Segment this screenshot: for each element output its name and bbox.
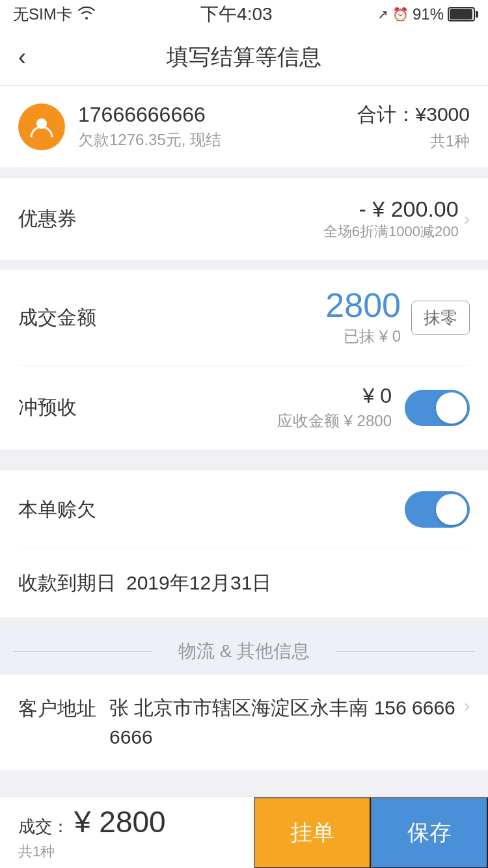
bottom-total-label: 成交： [18,815,69,838]
customer-right: 合计：¥3000 共1种 [357,102,470,152]
round-off-button[interactable]: 抹零 [411,301,470,335]
logistics-line-right [336,651,475,652]
chevron-right-icon: › [464,209,470,230]
customer-debt: 欠款1276.35元, 现结 [78,129,221,150]
debt-toggle-thumb [436,494,467,525]
status-left: 无SIM卡 [13,4,96,25]
deal-amount-row: 成交金额 2800 已抹 ¥ 0 抹零 [18,270,470,366]
wifi-icon [77,5,96,23]
divider-1 [0,260,488,270]
deal-amount-value: 2800 [325,288,401,322]
bottom-total-value: ¥ 2800 [74,804,166,839]
total-count: 共1种 [357,131,470,152]
divider-3 [0,617,488,628]
address-chevron: › [464,693,470,716]
total-amount: 合计：¥3000 [357,102,470,128]
address-value: 张 北京市市辖区海淀区永丰南 156 6666 6666 [109,693,464,752]
status-right: ↗ ⏰ 91% [377,5,475,23]
customer-left: 17666666666 欠款1276.35元, 现结 [18,103,221,150]
deal-amount-sub: 已抹 ¥ 0 [325,326,401,347]
debt-row: 本单赊欠 [18,470,470,549]
pre-recv-label: 冲预收 [18,394,77,421]
customer-card: 17666666666 欠款1276.35元, 现结 合计：¥3000 共1种 [0,86,488,167]
customer-info: 17666666666 欠款1276.35元, 现结 [78,103,221,150]
logistics-header: 物流 & 其他信息 [0,628,488,675]
customer-phone: 17666666666 [78,103,221,127]
logistics-header-text: 物流 & 其他信息 [178,639,310,664]
bottom-left: 成交： ¥ 2800 共1种 [0,804,254,861]
location-icon: ↗ [377,7,388,22]
pre-recv-right: ¥ 0 应收金额 ¥ 2800 [277,384,470,431]
pre-recv-val-block: ¥ 0 应收金额 ¥ 2800 [277,384,392,431]
pre-recv-toggle[interactable] [405,390,470,426]
pre-recv-value: ¥ 0 [277,384,392,408]
avatar [18,103,65,150]
battery-icon [448,7,475,21]
coupon-right: - ¥ 200.00 全场6折满1000减200 › [323,197,470,241]
pre-recv-sub: 应收金额 ¥ 2800 [277,411,392,431]
due-date-value: 2019年12月31日 [126,570,271,597]
debt-toggle[interactable] [405,491,470,528]
bottom-bar: 成交： ¥ 2800 共1种 挂单 保存 [0,796,488,868]
carrier-text: 无SIM卡 [13,4,72,25]
battery-percent: 91% [413,5,444,23]
deal-amount-label: 成交金额 [18,305,96,331]
back-button[interactable]: ‹ [18,44,26,71]
amount-section: 成交金额 2800 已抹 ¥ 0 抹零 冲预收 ¥ 0 应收金额 ¥ 2800 [0,270,488,450]
divider-2 [0,450,488,460]
page-title: 填写结算等信息 [167,42,321,72]
header: ‹ 填写结算等信息 [0,29,488,86]
deal-amount-right: 2800 已抹 ¥ 0 抹零 [325,288,470,347]
logistics-line-left [13,651,152,652]
bottom-total-row: 成交： ¥ 2800 [18,804,236,839]
debt-section: 本单赊欠 收款到期日 2019年12月31日 [0,470,488,617]
due-date-label: 收款到期日 [18,570,116,597]
status-bar: 无SIM卡 下午4:03 ↗ ⏰ 91% [0,0,488,29]
coupon-section[interactable]: 优惠券 - ¥ 200.00 全场6折满1000减200 › [0,178,488,260]
debt-label: 本单赊欠 [18,496,96,523]
address-section[interactable]: 客户地址 张 北京市市辖区海淀区永丰南 156 6666 6666 › [0,675,488,770]
address-label: 客户地址 [18,696,96,722]
save-button[interactable]: 保存 [371,797,488,869]
status-time: 下午4:03 [200,2,273,27]
hang-order-button[interactable]: 挂单 [254,797,371,869]
alarm-icon: ⏰ [392,7,409,22]
bottom-count: 共1种 [18,842,236,861]
coupon-desc: 全场6折满1000减200 [323,222,459,241]
toggle-thumb [436,392,467,424]
coupon-label: 优惠券 [18,206,77,232]
pre-recv-row: 冲预收 ¥ 0 应收金额 ¥ 2800 [18,366,470,450]
due-date-row: 收款到期日 2019年12月31日 [18,549,470,617]
coupon-discount: - ¥ 200.00 [323,197,459,222]
